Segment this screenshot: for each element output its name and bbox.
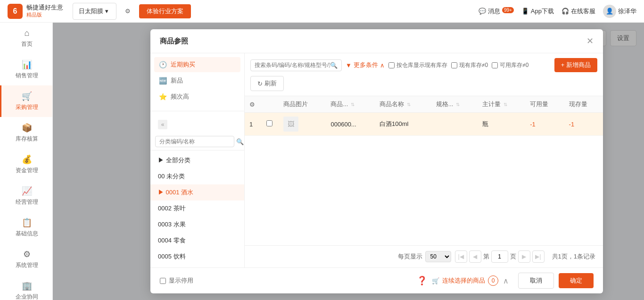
sidebar-item-inventory[interactable]: 📦 库存核算 [0,117,52,149]
sales-icon: 📊 [22,59,32,70]
cell-checkbox[interactable] [262,113,279,136]
cart-area[interactable]: 🛒 连续选择的商品 0 [432,275,498,286]
sidebar-item-basic-info[interactable]: 📋 基础信息 [0,212,52,243]
refresh-button[interactable]: ↻ 刷新 [250,76,284,91]
username-label: 徐泽华 [618,7,636,16]
next-page-button[interactable]: ▶ [518,250,530,263]
online-service-button[interactable]: 🎧 在线客服 [561,7,595,16]
page-nav: |◀ ◀ 第 页 ▶ ▶| [455,250,545,263]
confirm-button[interactable]: 确定 [559,273,594,288]
dropdown-selector[interactable]: 日太阳膜 ▾ [73,3,116,20]
checkbox-stock-nonzero[interactable]: 现有库存≠0 [451,61,488,69]
col-unit[interactable]: 主计量 ⇅ [478,96,525,113]
checkbox-available-input[interactable] [492,62,498,68]
page-prefix: 第 [483,252,489,261]
logo-area: 6 畅捷通好生意 精品版 [8,4,63,19]
refresh-icon: ↻ [257,80,263,87]
user-profile[interactable]: 👤 徐泽华 [603,5,636,18]
category-search-input[interactable] [155,136,234,147]
table-row[interactable]: 1 🖼 000600... 白酒100ml [245,113,603,136]
continuous-select-label: 连续选择的商品 [442,276,485,285]
checkbox-warehouse-input[interactable] [388,62,395,68]
logo-icon: 6 [8,4,23,19]
col-spec[interactable]: 规格... ⇅ [431,96,478,113]
trial-button[interactable]: 体验行业方案 [139,4,191,18]
prev-page-button[interactable]: ◀ [469,250,481,263]
product-image-placeholder: 🖼 [283,117,298,132]
collapse-button[interactable]: « [158,120,167,129]
product-reference-modal: 商品参照 ✕ 🕐 近期购买 🆕 [150,29,603,293]
last-page-button[interactable]: ▶| [532,250,545,263]
tab-new-products[interactable]: 🆕 新品 [154,73,240,88]
checkbox-available-nonzero[interactable]: 可用库存≠0 [492,61,528,69]
show-disabled-label: 显示停用 [169,276,193,285]
row-checkbox[interactable] [266,120,272,126]
enterprise-icon: 🏢 [22,281,32,291]
category-0001[interactable]: ▶ 0001 酒水 [150,184,244,200]
show-disabled-checkbox[interactable]: 显示停用 [160,276,193,285]
sidebar-item-enterprise[interactable]: 🏢 企业协同 [0,275,52,300]
cell-spec [431,113,478,136]
footer-left: 显示停用 [160,276,193,285]
pagination: 每页显示 50 10 20 100 |◀ ◀ [245,245,603,267]
category-0002-label: 0002 茶叶 [158,204,186,213]
app-download-button[interactable]: 📱 App下载 [521,7,554,16]
panel-divider [150,111,244,111]
category-all[interactable]: ▶ 全部分类 [150,152,244,168]
settings-icon[interactable]: ⚙ [120,4,135,19]
purchase-icon: 🛒 [22,91,32,101]
show-disabled-input[interactable] [160,278,166,284]
footer-right: 取消 确定 [518,273,594,289]
inventory-icon: 📦 [22,123,32,133]
more-filter-button[interactable]: ▼ 更多条件 ∧ [346,61,385,69]
sidebar-item-sales[interactable]: 📊 销售管理 [0,54,52,85]
star-icon: ⭐ [159,93,167,100]
category-all-label: ▶ 全部分类 [158,156,190,165]
search-icon[interactable]: 🔍 [330,62,338,69]
col-code[interactable]: 商品... ⇅ [326,96,375,113]
col-name[interactable]: 商品名称 ⇅ [375,96,431,113]
tab-frequent[interactable]: ⭐ 频次高 [154,89,240,104]
first-page-button[interactable]: |◀ [455,250,467,263]
sidebar-item-operations[interactable]: 📈 经营管理 [0,180,52,212]
page-number-input[interactable] [491,250,508,263]
product-search-input[interactable] [255,62,330,68]
modal-close-button[interactable]: ✕ [586,36,594,46]
cell-index: 1 [245,113,262,136]
add-product-button[interactable]: + 新增商品 [554,58,597,72]
left-panel: 🕐 近期购买 🆕 新品 ⭐ 频次高 [150,53,245,267]
cell-stock: -1 [564,113,603,136]
checkbox-warehouse[interactable]: 按仓库显示现有库存 [388,61,447,69]
finance-icon: 💰 [22,154,32,165]
category-0002[interactable]: 0002 茶叶 [150,200,244,217]
category-0003[interactable]: 0003 水果 [150,217,244,233]
cell-name: 白酒100ml [375,113,431,136]
col-checkbox [262,96,279,113]
category-00[interactable]: 00 未分类 [150,168,244,184]
checkbox-stock-input[interactable] [451,62,457,68]
collapse-cart-icon[interactable]: ∧ [503,276,509,285]
filter-label: 更多条件 [354,61,378,69]
category-search-icon[interactable]: 🔍 [236,138,244,145]
tab-recent-purchase[interactable]: 🕐 近期购买 [154,57,240,72]
category-0005-label: 0005 饮料 [158,252,186,261]
category-0004[interactable]: 0004 零食 [150,233,244,249]
cancel-button[interactable]: 取消 [518,273,554,289]
help-icon[interactable]: ❓ [417,275,427,286]
category-0005[interactable]: 0005 饮料 [150,249,244,265]
sidebar-item-purchase[interactable]: 🛒 采购管理 [0,85,52,117]
sidebar-label-home: 首页 [21,40,33,48]
content-area: 查询 刷新 设置 商品参照 ✕ [53,23,644,300]
logo-sub: 精品版 [26,11,63,18]
sidebar-item-system[interactable]: ⚙ 系统管理 [0,243,52,275]
sidebar-item-home[interactable]: ⌂ 首页 [0,23,52,54]
tab-frequent-label: 频次高 [171,92,189,101]
modal-footer: 显示停用 ❓ 🛒 连续选择的商品 0 ∧ 取消 确定 [150,267,603,293]
modal-title: 商品参照 [160,37,188,46]
new-icon: 🆕 [159,77,167,84]
sidebar-item-finance[interactable]: 💰 资金管理 [0,149,52,180]
operations-icon: 📈 [22,186,32,196]
col-settings[interactable]: ⚙ [245,96,262,113]
per-page-select[interactable]: 50 10 20 100 [425,251,451,262]
messages-button[interactable]: 💬 消息 99+ [479,7,514,16]
